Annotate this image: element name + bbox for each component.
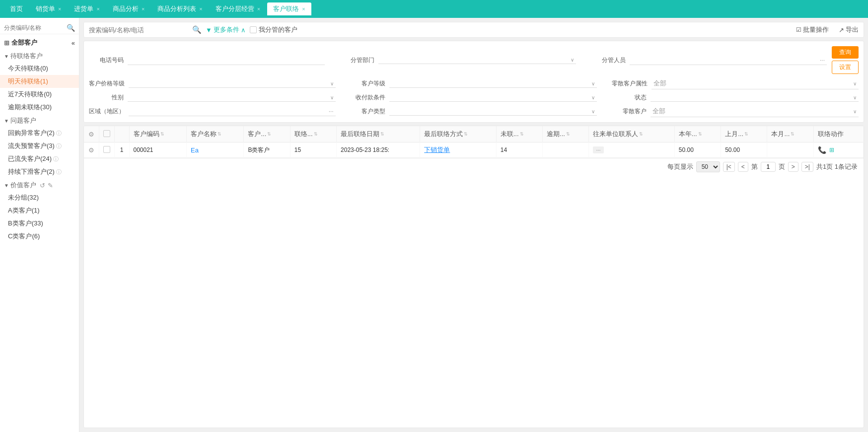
page-size-select[interactable]: 50: [696, 161, 720, 172]
collapse-icon[interactable]: «: [72, 39, 75, 47]
page-input[interactable]: [761, 162, 776, 172]
search-icon[interactable]: 🔍: [192, 25, 202, 34]
problem-group-title: ▼ 问题客户: [0, 114, 79, 127]
sort-icon[interactable]: ⇅: [217, 132, 221, 137]
customer-type-select[interactable]: ∨: [389, 108, 597, 116]
row-last-contact-method[interactable]: 下销货单: [420, 143, 496, 158]
sidebar-item-declining[interactable]: 持续下滑客户(2) ⓘ: [0, 165, 79, 178]
top-nav: 首页 销货单 × 进货单 × 商品分析 × 商品分析列表 × 客户分层经营 × …: [0, 0, 868, 18]
filter-gender: 性别 ∨: [89, 93, 336, 102]
filter-customer-type: 客户类型 ∨: [351, 107, 597, 116]
sort-icon[interactable]: ⇅: [464, 132, 468, 137]
sort-icon[interactable]: ⇅: [698, 132, 702, 137]
row-this-year: 50.00: [674, 143, 721, 158]
contact-icon[interactable]: 📞: [818, 146, 826, 154]
close-icon[interactable]: ×: [142, 6, 145, 12]
gear-icon[interactable]: ⚙: [88, 131, 94, 138]
sidebar-item-repurchase-abnormal[interactable]: 回购异常客户(2) ⓘ: [0, 127, 79, 140]
page-last-btn[interactable]: >|: [801, 162, 813, 172]
filter-person: 分管人员 ···: [591, 56, 827, 65]
payment-select[interactable]: ∨: [389, 94, 597, 102]
retail-customer-select[interactable]: 全部 ∨: [651, 106, 859, 117]
row-checkbox[interactable]: [103, 146, 110, 153]
menu-icon[interactable]: ⊞: [829, 146, 834, 153]
gender-select[interactable]: ∨: [128, 94, 336, 102]
search-input[interactable]: [89, 26, 188, 34]
sidebar-item-7days-pending[interactable]: 近7天待联络(0): [0, 88, 79, 101]
th-contacts: 联络... ⇅: [290, 126, 336, 143]
info-icon: ⓘ: [56, 169, 62, 175]
nav-customer-contact[interactable]: 客户联络 ×: [267, 2, 311, 15]
nav-home[interactable]: 首页: [4, 2, 29, 15]
th-gear: ⚙: [84, 126, 99, 143]
th-code: 客户编码 ⇅: [129, 126, 186, 143]
my-customer-checkbox[interactable]: 我分管的客户: [250, 25, 297, 34]
nav-product-analysis-list[interactable]: 商品分析列表 ×: [151, 2, 208, 15]
edit-icon[interactable]: ✎: [48, 182, 53, 189]
sidebar-search-area: 🔍: [0, 22, 79, 34]
status-select[interactable]: ∨: [651, 94, 859, 102]
close-icon[interactable]: ×: [199, 6, 202, 12]
content-area: 🔍 ▼ 更多条件 ∧ 我分管的客户 ☑ 批量操作 ↗ 导出: [79, 18, 868, 432]
dept-select[interactable]: ∨: [378, 56, 576, 64]
sidebar-item-today-pending[interactable]: 今天待联络(0): [0, 62, 79, 75]
sort-icon[interactable]: ⇅: [160, 132, 164, 137]
sort-icon[interactable]: ⇅: [791, 132, 795, 137]
page-prev-btn[interactable]: <: [738, 162, 748, 172]
price-level-select[interactable]: ∨: [129, 80, 336, 88]
customer-level-select[interactable]: ∨: [389, 80, 597, 88]
chevron-down-icon: ∨: [571, 57, 574, 63]
query-button[interactable]: 查询: [832, 46, 859, 59]
page-first-btn[interactable]: |<: [723, 162, 735, 172]
settings-button[interactable]: 设置: [832, 61, 859, 74]
sort-icon[interactable]: ⇅: [520, 132, 524, 137]
sidebar-search-input[interactable]: [4, 24, 67, 31]
sidebar-item-c-class[interactable]: C类客户(6): [0, 230, 79, 243]
sidebar-item-churned[interactable]: 已流失客户(24) ⓘ: [0, 152, 79, 165]
area-select[interactable]: ···: [129, 107, 336, 116]
th-contact-person: 往来单位联系人 ⇅: [589, 126, 674, 143]
sort-icon[interactable]: ⇅: [314, 132, 318, 137]
gear-icon[interactable]: ⚙: [88, 146, 94, 154]
checkbox-icon[interactable]: [250, 26, 257, 33]
phone-input[interactable]: [128, 56, 325, 65]
arrow-icon: ▼: [4, 183, 9, 188]
sort-icon[interactable]: ⇅: [639, 132, 643, 137]
sidebar-item-a-class[interactable]: A类客户(1): [0, 204, 79, 217]
sort-icon[interactable]: ⇅: [744, 132, 748, 137]
close-icon[interactable]: ×: [58, 6, 61, 12]
filter-status: 状态 ∨: [612, 93, 859, 102]
arrow-icon: ▼: [4, 54, 9, 59]
close-icon[interactable]: ×: [96, 6, 99, 12]
th-index: [114, 126, 129, 143]
chevron-up-icon: ∧: [241, 26, 246, 34]
sidebar-item-tomorrow-pending[interactable]: 明天待联络(1): [0, 75, 79, 88]
nav-sales[interactable]: 销货单 ×: [30, 2, 67, 15]
th-last-month: 上月... ⇅: [721, 126, 767, 143]
sidebar-item-overdue-pending[interactable]: 逾期未联络(30): [0, 101, 79, 114]
chevron-down-icon: ∨: [853, 81, 857, 86]
nav-purchase[interactable]: 进货单 ×: [68, 2, 105, 15]
export-btn[interactable]: ↗ 导出: [839, 25, 859, 34]
filter-btn[interactable]: ▼ 更多条件 ∧: [206, 25, 246, 34]
nav-customer-tier[interactable]: 客户分层经营 ×: [210, 2, 266, 15]
table-row: ⚙ 1 000021 Ea B类客户 15 2023-05-23 18:25:: [84, 143, 864, 158]
row-name[interactable]: Ea: [186, 143, 243, 158]
th-last-contact-method: 最后联络方式 ⇅: [420, 126, 496, 143]
sort-icon[interactable]: ⇅: [267, 132, 271, 137]
batch-op-btn[interactable]: ☑ 批量操作: [796, 25, 829, 34]
refresh-icon[interactable]: ↺: [40, 182, 45, 189]
retail-attr-select[interactable]: 全部 ∨: [651, 78, 859, 89]
select-all-checkbox[interactable]: [103, 130, 110, 137]
person-select[interactable]: ···: [630, 56, 827, 65]
search-icon[interactable]: 🔍: [67, 24, 75, 32]
sidebar-item-churn-warning[interactable]: 流失预警客户(3) ⓘ: [0, 140, 79, 152]
close-icon[interactable]: ×: [257, 6, 260, 12]
page-next-btn[interactable]: >: [788, 162, 798, 172]
sort-icon[interactable]: ⇅: [380, 132, 384, 137]
close-icon[interactable]: ×: [302, 6, 305, 12]
sort-icon[interactable]: ⇅: [566, 132, 570, 137]
nav-product-analysis[interactable]: 商品分析 ×: [107, 2, 150, 15]
sidebar-item-b-class[interactable]: B类客户(33): [0, 217, 79, 230]
sidebar-item-ungrouped[interactable]: 未分组(32): [0, 191, 79, 204]
